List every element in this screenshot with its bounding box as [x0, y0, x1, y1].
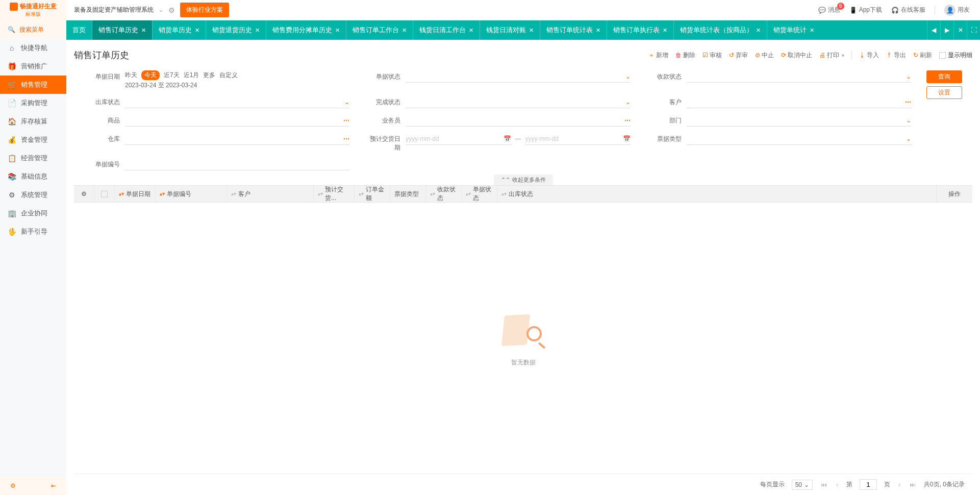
action-abandon[interactable]: ↺弃审 — [729, 51, 748, 60]
header-user[interactable]: 👤 用友 — [944, 5, 970, 16]
sidebar-item-4[interactable]: 🏠库存核算 — [0, 112, 66, 131]
page-number-input[interactable] — [860, 479, 877, 490]
header-message[interactable]: 💬 消息 6 — [818, 6, 840, 14]
date-option[interactable]: 近7天 — [164, 71, 180, 80]
col-docstatus[interactable]: ▴▾单据状态 — [462, 186, 497, 202]
tab-4[interactable]: 销售费用分摊单历史✕ — [266, 20, 346, 40]
pager-next[interactable]: › — [897, 481, 901, 488]
out-status-select[interactable]: ⌄ — [125, 96, 349, 108]
col-amount[interactable]: ▴▾订单金额 — [355, 186, 390, 202]
tab-5[interactable]: 销售订单工作台✕ — [346, 20, 413, 40]
tab-10[interactable]: 销货单统计表（按商品）✕ — [674, 20, 767, 40]
query-button[interactable]: 查询 — [926, 70, 962, 83]
tab-11[interactable]: 销货单统计✕ — [767, 20, 820, 40]
tab-1[interactable]: 销售订单历史✕ — [92, 20, 152, 40]
close-icon[interactable]: ✕ — [335, 27, 340, 34]
close-icon[interactable]: ✕ — [596, 27, 600, 34]
product-picker[interactable]: ⋯ — [125, 114, 349, 127]
invoice-type-select[interactable]: ⌄ — [687, 133, 911, 145]
complete-status-select[interactable]: ⌄ — [406, 96, 630, 108]
col-pay[interactable]: ▴▾收款状态 — [426, 186, 462, 202]
tab-8[interactable]: 销售订单统计表✕ — [540, 20, 607, 40]
tab-9[interactable]: 销售订单执行表✕ — [607, 20, 673, 40]
action-audit[interactable]: ☑审核 — [702, 51, 722, 60]
settings-button[interactable]: 设置 — [926, 86, 962, 99]
chevron-down-icon[interactable]: ⌄ — [159, 7, 163, 13]
close-icon[interactable]: ✕ — [663, 27, 667, 34]
col-invoice[interactable]: 票据类型 — [390, 186, 426, 202]
sidebar-item-0[interactable]: ⌂快捷导航 — [0, 39, 66, 57]
pager-last[interactable]: ⏭ — [909, 481, 917, 488]
action-stop[interactable]: ⊘中止 — [755, 51, 774, 60]
sidebar-item-7[interactable]: 📚基础信息 — [0, 167, 66, 186]
action-new[interactable]: ＋新增 — [648, 51, 668, 60]
close-icon[interactable]: ✕ — [810, 27, 814, 34]
col-out[interactable]: ▴▾出库状态 — [497, 186, 937, 202]
system-selector[interactable]: 装备及固定资产辅助管理系统 ⌄ ⚙ — [74, 6, 175, 14]
sidebar-item-3[interactable]: 📄采购管理 — [0, 94, 66, 112]
tab-scroll-left[interactable]: ◀ — [927, 20, 940, 40]
date-option[interactable]: 昨天 — [125, 71, 137, 80]
table-settings[interactable]: ⚙ — [74, 186, 94, 202]
tab-7[interactable]: 钱货日清对账✕ — [480, 20, 540, 40]
sidebar-item-9[interactable]: 🏢企业协同 — [0, 204, 66, 222]
sidebar-item-2[interactable]: 🛒销售管理 — [0, 76, 66, 94]
close-icon[interactable]: ✕ — [402, 27, 407, 34]
action-delete[interactable]: 🗑删除 — [675, 51, 695, 60]
sidebar-item-6[interactable]: 📋经营管理 — [0, 149, 66, 167]
tab-fullscreen[interactable]: ⛶ — [967, 20, 980, 40]
tab-0[interactable]: 首页 — [66, 20, 92, 40]
close-icon[interactable]: ✕ — [255, 27, 260, 34]
collapse-filters-button[interactable]: ⌃⌃ 收起更多条件 — [494, 175, 553, 185]
sidebar-item-5[interactable]: 💰资金管理 — [0, 131, 66, 149]
tab-2[interactable]: 销货单历史✕ — [153, 20, 206, 40]
col-customer[interactable]: ▴▾客户 — [227, 186, 314, 202]
action-import[interactable]: ⭳导入 — [859, 51, 879, 60]
tab-6[interactable]: 钱货日清工作台✕ — [413, 20, 480, 40]
industry-cta-button[interactable]: 体验行业方案 — [180, 3, 229, 17]
col-no[interactable]: ▴▾单据编号 — [156, 186, 227, 202]
gear-icon[interactable]: ⚙ — [168, 6, 175, 14]
close-icon[interactable]: ✕ — [195, 27, 199, 34]
doc-status-select[interactable]: ⌄ — [406, 70, 630, 83]
settings-icon[interactable]: ⚙ — [10, 482, 16, 489]
action-unstop[interactable]: ⟳取消中止 — [781, 51, 812, 60]
date-option[interactable]: 更多 — [203, 71, 215, 80]
pager-first[interactable]: ⏮ — [820, 481, 828, 488]
pager-prev[interactable]: ‹ — [835, 481, 839, 488]
date-option[interactable]: 自定义 — [219, 71, 238, 80]
page-size-select[interactable]: 50⌄ — [792, 480, 813, 490]
sidebar-item-10[interactable]: 🖐新手引导 — [0, 222, 66, 241]
salesman-picker[interactable]: ⋯ — [406, 114, 630, 127]
collapse-icon[interactable]: ⇤ — [51, 482, 56, 489]
header-download[interactable]: 📱 App下载 — [849, 6, 882, 14]
action-print[interactable]: 🖨打印▾ — [819, 51, 844, 60]
customer-picker[interactable]: ⋯ — [687, 96, 911, 108]
sidebar-search[interactable]: 🔍 搜索菜单 — [0, 20, 66, 39]
sidebar-item-8[interactable]: ⚙系统管理 — [0, 186, 66, 204]
warehouse-picker[interactable]: ⋯ — [125, 133, 349, 145]
tab-scroll-right[interactable]: ▶ — [940, 20, 953, 40]
tab-close-all[interactable]: ✕ — [953, 20, 967, 40]
date-from-input[interactable]: yyyy-mm-dd📅 — [406, 133, 511, 145]
close-icon[interactable]: ✕ — [529, 27, 534, 34]
action-export[interactable]: ⭱导出 — [886, 51, 906, 60]
action-refresh[interactable]: ↻刷新 — [913, 51, 932, 60]
date-option[interactable]: 近1月 — [184, 71, 199, 80]
date-to-input[interactable]: yyyy-mm-dd📅 — [525, 133, 631, 145]
tab-3[interactable]: 销货退货历史✕ — [206, 20, 266, 40]
doc-no-input[interactable] — [125, 158, 349, 170]
col-delivery[interactable]: ▴▾预计交货... — [314, 186, 355, 202]
header-service[interactable]: 🎧 在线客服 — [891, 6, 925, 14]
close-icon[interactable]: ✕ — [469, 27, 473, 34]
close-icon[interactable]: ✕ — [141, 27, 146, 34]
sidebar-item-1[interactable]: 🎁营销推广 — [0, 57, 66, 76]
close-icon[interactable]: ✕ — [756, 27, 761, 34]
chevron-down-icon[interactable]: ▾ — [842, 53, 844, 58]
date-option[interactable]: 今天 — [141, 70, 160, 80]
col-date[interactable]: ▴▾单据日期 — [115, 186, 156, 202]
toggle-detail[interactable]: 显示明细 — [939, 51, 972, 60]
select-all[interactable] — [94, 186, 115, 202]
department-select[interactable]: ⌄ — [687, 114, 911, 127]
pay-status-select[interactable]: ⌄ — [687, 70, 911, 83]
